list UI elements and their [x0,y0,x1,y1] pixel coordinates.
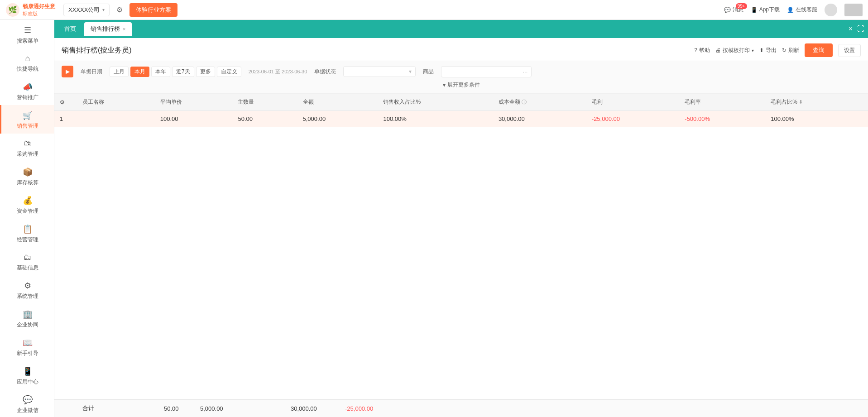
page-content: 销售排行榜(按业务员) ? 帮助 🖨 按模板打印 ▾ ⬆ 导出 [54,38,868,417]
sidebar-label-app-center: 应用中心 [17,378,38,386]
date-btn-more[interactable]: 更多 [196,67,215,77]
sidebar-item-operations[interactable]: 📋 经营管理 [0,219,54,247]
query-button[interactable]: 查询 [805,43,833,57]
sidebar-item-sales[interactable]: 🛒 销售管理 [0,105,54,134]
refresh-icon: ↻ [782,47,786,53]
export-button[interactable]: ⬆ 导出 [759,47,777,54]
weixin-icon: 💬 [23,395,33,405]
export-label: 导出 [766,47,777,54]
date-range-text: 2023-06-01 至 2023-06-30 [249,68,307,75]
inventory-icon: 📦 [23,167,33,177]
company-selector[interactable]: XXXXX公司 ▾ [63,4,110,16]
goods-input[interactable]: ··· [441,66,532,77]
col-sales-pct: 销售收入占比% [378,94,493,111]
col-profit-pct: 毛利占比% ⬇ [765,94,868,111]
date-btn-this-month[interactable]: 本月 [130,67,149,77]
tab-home[interactable]: 首页 [58,22,82,36]
cell-sales-pct: 100.00% [378,111,493,127]
sidebar-item-enterprise[interactable]: 🏢 企业协同 [0,304,54,332]
table-footer: 合计 50.00 5,000.00 30,000.00 -25,000.00 [54,399,868,417]
col-amount: 全额 [297,94,378,111]
cell-amount: 5,000.00 [297,111,378,127]
sidebar-item-weixin[interactable]: 💬 企业微信 [0,389,54,417]
page-header: 销售排行榜(按业务员) ? 帮助 🖨 按模板打印 ▾ ⬆ 导出 [54,38,868,61]
status-select[interactable]: ▾ [343,66,416,77]
logo-icon: 🌿 [5,3,20,17]
tab-sales-ranking[interactable]: 销售排行榜 × [84,22,132,36]
sidebar-label-marketing: 营销推广 [17,94,38,101]
cell-name [77,111,155,127]
base-info-icon: 🗂 [24,253,32,262]
date-btn-last-month[interactable]: 上月 [110,67,129,77]
date-btn-this-year[interactable]: 本年 [151,67,170,77]
table-settings-icon[interactable]: ⚙ [60,99,65,105]
expand-filter-button[interactable]: ▾ 展开更多条件 [62,81,861,89]
table-row: 1 100.00 50.00 5,000.00 100.00% 30,000.0… [54,111,868,127]
tab-close-icon[interactable]: × [123,26,125,32]
home-icon: ⌂ [25,54,30,63]
sidebar-item-search[interactable]: ☰ 搜索菜单 [0,20,54,48]
date-btn-custom[interactable]: 自定义 [217,67,241,77]
expand-icon: ▾ [443,82,446,88]
sidebar-item-quick-nav[interactable]: ⌂ 快捷导航 [0,48,54,77]
toggle-arrow[interactable]: ▶ [62,66,73,77]
goods-filter-label: 商品 [423,68,434,76]
print-icon: 🖨 [715,47,721,53]
content-area: 首页 销售排行榜 × × ⛶ 销售排行榜(按业务员) ? 帮助 [54,20,868,417]
status-filter-label: 单据状态 [314,68,336,76]
user-name [844,4,863,16]
help-label: 帮助 [699,47,710,54]
profit-pct-sort-icon: ⬇ [799,99,803,105]
sidebar-item-guide[interactable]: 📖 新手引导 [0,332,54,361]
cost-info-icon: ⓘ [522,99,527,105]
print-button[interactable]: 🖨 按模板打印 ▾ [715,47,754,54]
sidebar-label-base-info: 基础信息 [17,264,38,272]
tab-close-window-icon[interactable]: × [849,25,853,33]
logo-area: 🌿 畅康通好生意 标准版 [5,3,60,17]
col-name: 员工名称 [77,94,155,111]
main-layout: ☰ 搜索菜单 ⌂ 快捷导航 📣 营销推广 🛒 销售管理 🛍 采购管理 📦 库存核… [0,20,868,417]
help-button[interactable]: ? 帮助 [694,47,710,54]
online-service-button[interactable]: 👤 在线客服 [787,6,817,14]
cell-qty: 50.00 [232,111,297,127]
sidebar-item-base-info[interactable]: 🗂 基础信息 [0,247,54,275]
sidebar-item-marketing[interactable]: 📣 营销推广 [0,77,54,105]
sidebar-label-quick-nav: 快捷导航 [17,65,38,73]
message-badge: 99+ [736,3,747,9]
sidebar-label-search: 搜索菜单 [17,37,38,45]
tab-restore-icon[interactable]: ⛶ [857,25,864,33]
sidebar-item-purchase[interactable]: 🛍 采购管理 [0,134,54,162]
print-label: 按模板打印 [723,47,750,54]
page-header-actions: ? 帮助 🖨 按模板打印 ▾ ⬆ 导出 ↻ 刷新 [694,43,861,57]
sidebar-item-app-center[interactable]: 📱 应用中心 [0,361,54,389]
message-button[interactable]: 💬 消息 99+ [724,6,743,14]
tab-bar-actions: × ⛶ [849,25,864,33]
data-table: ⚙ 员工名称 平均单价 主数量 全额 销售收入占比% 成本全额 ⓘ 毛利 毛利率 [54,94,868,127]
service-icon: 👤 [787,7,794,13]
refresh-label: 刷新 [788,47,799,54]
cell-avg-price: 100.00 [155,111,233,127]
table-header: ⚙ 员工名称 平均单价 主数量 全额 销售收入占比% 成本全额 ⓘ 毛利 毛利率 [54,94,868,111]
date-btn-7days[interactable]: 近7天 [172,67,194,77]
message-icon: 💬 [724,7,731,13]
cell-profit-pct: 100.00% [765,111,868,127]
sidebar-item-inventory[interactable]: 📦 库存核算 [0,162,54,190]
sidebar-item-system[interactable]: ⚙ 系统管理 [0,275,54,304]
col-profit-rate: 毛利率 [679,94,765,111]
trial-button[interactable]: 体验行业方案 [129,3,177,17]
refresh-button[interactable]: ↻ 刷新 [782,47,799,54]
topbar-settings-button[interactable]: ⚙ [113,4,126,16]
col-settings: ⚙ [54,94,77,111]
sidebar-label-inventory: 库存核算 [17,179,38,187]
sidebar-label-sales: 销售管理 [17,122,38,130]
col-avg-price: 平均单价 [155,94,233,111]
avatar[interactable] [825,4,837,16]
print-dropdown-icon: ▾ [752,48,754,53]
system-icon: ⚙ [24,281,31,291]
sidebar-item-finance[interactable]: 💰 资金管理 [0,190,54,219]
app-download-button[interactable]: 📱 App下载 [751,6,780,14]
app-center-icon: 📱 [23,366,33,376]
top-bar: 🌿 畅康通好生意 标准版 XXXXX公司 ▾ ⚙ 体验行业方案 💬 消息 99+… [0,0,868,20]
settings-button[interactable]: 设置 [838,44,861,57]
topbar-right: 💬 消息 99+ 📱 App下载 👤 在线客服 [724,4,863,16]
